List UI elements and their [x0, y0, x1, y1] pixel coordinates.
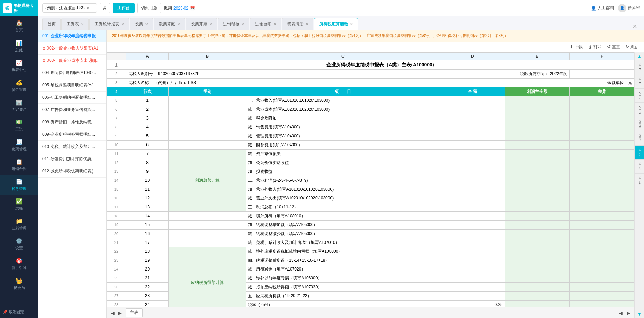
- company-selector[interactable]: (勿删）江西服宝-LSS ▼: [42, 3, 97, 13]
- tab-close-icon[interactable]: ✕: [350, 23, 353, 26]
- warning-bar: 2019年度步及取以前年度结转数据的申报表单元格需要手工维护正确，才能保证本年及…: [107, 30, 644, 42]
- list-item-011[interactable]: 011-研发费用加计扣除优惠...: [38, 153, 106, 165]
- tab-tax-clear[interactable]: 税表清册 ✕: [282, 18, 313, 30]
- year-item-2022[interactable]: 2022: [635, 146, 644, 160]
- tab-invoice-open[interactable]: 发票开票 ✕: [186, 18, 217, 30]
- tab-salary-stat[interactable]: 工资统计报表 ✕: [89, 18, 129, 30]
- list-item-005[interactable]: 005-纳税调整项目明细表(A1...: [38, 79, 106, 92]
- report-icon: 📈: [16, 59, 23, 66]
- sheet-tab[interactable]: 主表: [126, 308, 143, 317]
- company-name: (勿删）江西服宝-LSS: [45, 5, 85, 11]
- col-a-header: A: [126, 52, 168, 60]
- list-item-012[interactable]: 012-减免所得税优惠明细表(...: [38, 165, 106, 178]
- sidebar-item-salary[interactable]: 💵 工资: [0, 115, 38, 135]
- sidebar-item-label: 资金管理: [12, 87, 27, 92]
- tab-invoice-calc[interactable]: 发票算账 ✕: [154, 18, 185, 30]
- year-item-2024[interactable]: 2024: [635, 174, 644, 188]
- tab-purchase-ledger[interactable]: 进销台账 ✕: [250, 18, 281, 30]
- sidebar-item-archive[interactable]: 📁 归档管理: [0, 215, 38, 234]
- refresh-button[interactable]: ↻ 刷新: [626, 44, 639, 50]
- tab-invoice[interactable]: 发票 ✕: [130, 18, 153, 30]
- sheet-next-arrow[interactable]: ▶: [116, 309, 123, 316]
- year-item-2019[interactable]: 2019: [635, 60, 644, 74]
- tab-close-icon[interactable]: ✕: [306, 23, 308, 26]
- capital-icon: 💰: [16, 79, 23, 86]
- list-item-008[interactable]: 008-资产折旧、摊销及纳税...: [38, 116, 106, 128]
- year-up-arrow[interactable]: ▲: [635, 52, 644, 60]
- empty-cell: [246, 78, 440, 87]
- list-item-010[interactable]: 010-免税、减计收入及加计...: [38, 141, 106, 153]
- year-item-2016[interactable]: 2016: [635, 74, 644, 88]
- list-item-006[interactable]: 006-职工薪酬纳税调整明细...: [38, 92, 106, 104]
- year-item-2021[interactable]: 2021: [635, 131, 644, 145]
- sidebar-item-home[interactable]: 🏠 首页: [0, 16, 38, 36]
- table-row: 1 企业所得税年度纳税申报表（A类）主表(A100000): [107, 60, 634, 69]
- tab-close-icon[interactable]: ✕: [145, 23, 148, 26]
- workbench-button[interactable]: 工作台: [113, 3, 135, 13]
- sheet-prev-arrow[interactable]: ◀: [109, 309, 116, 316]
- tab-salary[interactable]: 工资表 ✕: [61, 18, 89, 30]
- sidebar-item-guide[interactable]: 🎯 新手引导: [0, 254, 38, 274]
- nav-close-all-btn[interactable]: ✕: [630, 23, 640, 30]
- print-icon-btn[interactable]: 🖨: [100, 3, 110, 13]
- tab-income-tax[interactable]: 所得税汇算清缴 ✕: [314, 18, 358, 30]
- table-row: 11 7 利润总额计算 减：资产减值损失: [107, 149, 634, 158]
- scroll-right-arrow[interactable]: ▶: [625, 309, 632, 316]
- customer-service-icon: 👤: [591, 6, 596, 11]
- table-row: 5 1 一、营业收入(填写A101010\101020\103000): [107, 96, 634, 105]
- col-b-header: B: [169, 52, 246, 60]
- sidebar-item-ledger[interactable]: 📊 总账: [0, 36, 38, 56]
- table-row: 18 14 减：境外所得（填写A108010）: [107, 211, 634, 220]
- tab-close-icon[interactable]: ✕: [209, 23, 212, 26]
- download-button[interactable]: ⬇ 下载: [570, 44, 583, 50]
- list-item-001[interactable]: 001-企业所得税年度纳税申报...: [38, 30, 106, 42]
- year-item-2023[interactable]: 2023: [635, 160, 644, 174]
- scroll-left-arrow[interactable]: ◀: [617, 309, 624, 316]
- tab-close-icon[interactable]: ✕: [81, 23, 84, 26]
- sidebar-item-report[interactable]: 📈 报表中心: [0, 56, 38, 76]
- tab-home[interactable]: 首页: [42, 18, 61, 30]
- year-item-2018[interactable]: 2018: [635, 103, 644, 117]
- list-item-009[interactable]: 009-企业所得税补亏损明细...: [38, 128, 106, 141]
- content-area: 001-企业所得税年度纳税申报... 002-一般企业收入明细表(A1... 0…: [38, 30, 644, 318]
- sidebar-item-settings[interactable]: ⚙️ 设置: [0, 234, 38, 254]
- main-area: (勿删）江西服宝-LSS ▼ 🖨 工作台 切到旧版 账期 2023-02 📅 👤…: [38, 0, 644, 318]
- user-profile-btn[interactable]: 👤 徐滨华: [618, 4, 640, 12]
- list-item-004[interactable]: 004-期间费用明细表(A1040...: [38, 67, 106, 79]
- sidebar-item-closing[interactable]: ✅ 结账: [0, 195, 38, 215]
- tab-close-icon[interactable]: ✕: [241, 23, 244, 26]
- title-cell: 企业所得税年度纳税申报表（A类）主表(A100000): [126, 60, 634, 69]
- reset-button[interactable]: ↺ 重置: [607, 44, 620, 50]
- sidebar-item-assets[interactable]: 🏢 固定资产: [0, 96, 38, 115]
- print-button[interactable]: 🖨 打印: [588, 44, 602, 50]
- list-item-003[interactable]: 003-一般企业成本支出明细...: [38, 55, 106, 67]
- sidebar-item-invoice[interactable]: 🧾 发票管理: [0, 135, 38, 155]
- sidebar-item-purchase[interactable]: 📋 进销台账: [0, 155, 38, 175]
- left-panel: 001-企业所得税年度纳税申报... 002-一般企业收入明细表(A1... 0…: [38, 30, 107, 318]
- table-row: 7 3 减：税金及附加: [107, 114, 634, 123]
- table-row: 4 行次 类别 项 目 全 额 利润主全额 差异: [107, 87, 634, 96]
- sidebar-item-tax[interactable]: 📄 税务管理: [0, 175, 38, 195]
- print-icon: 🖨: [588, 44, 592, 49]
- list-item-002[interactable]: 002-一般企业收入明细表(A1...: [38, 42, 106, 55]
- tab-close-icon[interactable]: ✕: [274, 23, 276, 26]
- guide-icon: 🎯: [16, 258, 23, 264]
- row-number: 2: [107, 69, 126, 78]
- table-row: 21 17 减：免税、减计收入及加计 扣除（填写A107010）: [107, 238, 634, 247]
- year-item-2020[interactable]: 2020: [635, 117, 644, 131]
- tab-close-icon[interactable]: ✕: [177, 23, 180, 26]
- sidebar-item-capital[interactable]: 💰 资金管理: [0, 76, 38, 96]
- spreadsheet-container[interactable]: A B C D E F: [107, 52, 634, 307]
- sidebar-item-member[interactable]: 👑 畅会员: [0, 274, 38, 294]
- list-item-007[interactable]: 007-广告费和业务宣传费跌...: [38, 104, 106, 116]
- year-down-arrow[interactable]: ▼: [635, 310, 644, 318]
- cancel-fixed-btn[interactable]: 📌 取消固定: [0, 306, 38, 318]
- salary-icon: 💵: [16, 119, 23, 125]
- cut-version-button[interactable]: 切到旧版: [137, 3, 161, 13]
- year-item-2017[interactable]: 2017: [635, 89, 644, 103]
- ai-consult-btn[interactable]: 👤 人工咨询: [591, 5, 614, 11]
- tab-purchase-check[interactable]: 进销稽核 ✕: [218, 18, 249, 30]
- table-row: 6 2 减：营业成本(填写A102010\102020\103000): [107, 105, 634, 114]
- period-label-cell: 税款所属期间： 2022年度: [440, 69, 570, 78]
- tab-close-icon[interactable]: ✕: [121, 23, 124, 26]
